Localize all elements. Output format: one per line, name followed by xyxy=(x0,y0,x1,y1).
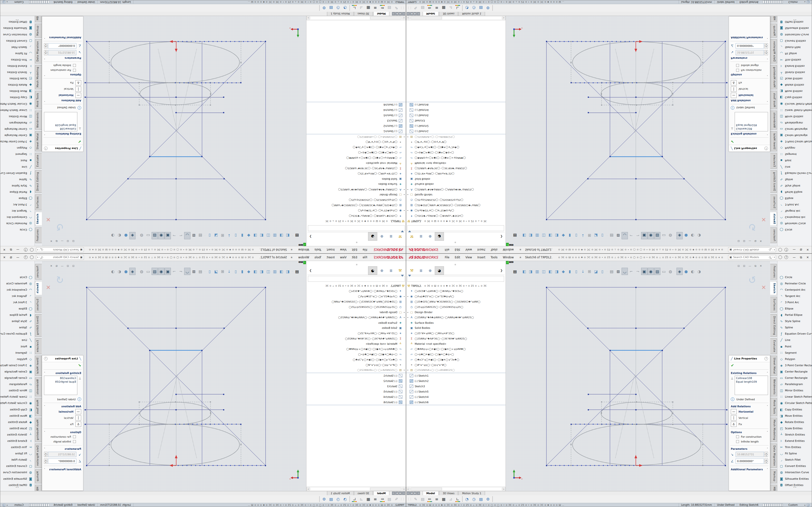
sketch-tool-item[interactable]: ∿ Style Spline xyxy=(0,182,35,189)
command-tab[interactable]: Mesh Modeling xyxy=(35,418,42,442)
view-toolbar-icon[interactable]: ▦ xyxy=(441,5,447,11)
feature-manager-tab[interactable]: ⚒ xyxy=(407,232,416,241)
tree-item[interactable]: ▱ ◯✚ʚƆ°ʞ◯✳◉[◯◦◯]◉✳◯ʞ°Ɔʚ✚◯ xyxy=(406,145,506,150)
command-tab[interactable]: Surfaces xyxy=(35,297,42,313)
sketch-tool-item[interactable]: ◠ Centerpoint Arc xyxy=(0,287,35,293)
sketch-tool-item[interactable]: ◝ Tangent Arc xyxy=(0,208,35,214)
tree-item[interactable]: Σ ◯25ИИ◎°✚АИ³ЭƐ◯◦◯ЭƐ³ИА✚°◎ИИ25◯ xyxy=(406,166,506,171)
document-tab[interactable]: Model xyxy=(373,12,389,16)
tree-item[interactable]: ◈ Surface Bodies xyxy=(306,181,406,187)
view-toolbar-icon[interactable]: ▤ xyxy=(478,5,484,11)
search-box[interactable]: ▣ Search CAD Models ▾ xyxy=(728,247,776,252)
view-toolbar-icon[interactable]: │ xyxy=(349,5,350,11)
menu-item[interactable]: File xyxy=(362,248,367,251)
document-tab[interactable]: Motion Study 1 xyxy=(327,491,353,495)
scroll-right-button[interactable]: ▸ xyxy=(502,16,506,20)
tab-nav-button[interactable]: ▶ xyxy=(413,492,417,495)
tree-scrollbar[interactable]: ◂ ▸ xyxy=(306,487,406,491)
scroll-track[interactable] xyxy=(410,487,502,491)
sketch-tree-item[interactable]: (-) Sketch2 xyxy=(406,123,506,129)
scroll-left-button[interactable]: ◂ xyxy=(403,16,406,20)
feature-manager-tab[interactable]: ◕ xyxy=(435,232,444,241)
minimize-button[interactable]: — xyxy=(16,248,19,251)
sketch-tool-item[interactable]: ◇ Polygon xyxy=(777,145,812,151)
collapse-caret-icon[interactable]: ˄ xyxy=(44,133,45,135)
tab-nav-button[interactable]: ◀ xyxy=(410,12,413,15)
tab-nav-button[interactable]: ⇥ xyxy=(392,12,395,15)
relations-listbox[interactable]: Collinear108Equal length109 xyxy=(735,112,768,131)
more-tools-chevron[interactable]: ⌄⌄ xyxy=(777,485,812,488)
sketch-tool-item[interactable]: ∿ Spline xyxy=(777,325,812,331)
collapse-caret-icon[interactable]: ˄ xyxy=(767,133,768,135)
scroll-thumb[interactable] xyxy=(411,17,442,19)
view-toolbar-icon[interactable]: ✏ xyxy=(426,5,433,11)
tree-item[interactable]: Σ ◯25ИИ◎°✚АИ³ЭƐ◯◦◯ЭƐ³ИА✚°◎ИИ25◯ xyxy=(306,336,406,341)
sketch-tool-item[interactable]: ⊦ Extend Entities xyxy=(777,63,812,69)
sketch-tool-item[interactable]: ◡ Fit Spline xyxy=(777,50,812,56)
search-input[interactable]: Search CAD Models xyxy=(733,256,769,259)
tab-nav-button[interactable]: ◀ xyxy=(399,12,402,15)
relation-button[interactable]: — xyxy=(75,93,81,98)
sketch-tree-item[interactable]: (-) Sketch5 xyxy=(406,389,506,394)
tree-item[interactable]: ⌖ ◯И°ʚ°ʞ◎◯◦◯◎ʞ°ʚ°И◯ xyxy=(406,139,506,145)
custom-caret-icon[interactable]: ▴ xyxy=(7,1,8,3)
tree-scrollbar[interactable]: ◂ ▸ xyxy=(406,16,506,20)
menu-item[interactable]: Window xyxy=(503,256,514,259)
feature-manager-tab[interactable]: ⊕ xyxy=(425,232,435,241)
sketch-tool-item[interactable]: ◯ Circle xyxy=(777,227,812,233)
sketch-tool-item[interactable]: ƒ Equation Driven Curve xyxy=(777,170,812,176)
minimize-button[interactable]: — xyxy=(793,248,796,251)
sketch-tool-item[interactable]: ▱ Parallelogram xyxy=(777,119,812,126)
collapse-caret-icon[interactable]: ˄ xyxy=(44,57,45,60)
sketch-tree-item[interactable]: (-) Sketch1 xyxy=(306,129,406,134)
feature-manager-tab[interactable]: ⊕ xyxy=(377,232,387,241)
feature-manager-tab[interactable]: ⚒ xyxy=(396,266,405,275)
search-box[interactable]: ▣ Search CAD Models ▾ xyxy=(728,255,776,260)
relation-button[interactable]: ⚓ xyxy=(75,421,81,427)
tab-nav-button[interactable]: ⇥ xyxy=(417,492,420,495)
checkbox[interactable] xyxy=(73,435,76,438)
tree-filter-box[interactable] xyxy=(308,225,405,231)
sketch-tree-item[interactable]: Sketch3 xyxy=(306,384,406,389)
collapse-panel-arrow[interactable]: ❯ xyxy=(308,269,312,272)
tree-filter-box[interactable] xyxy=(407,276,504,282)
checkbox[interactable] xyxy=(73,64,76,67)
sketch-tool-item[interactable]: ◧ Copy Entities xyxy=(777,95,812,101)
units-icon[interactable]: ❏ xyxy=(3,0,5,4)
sketch-tool-item[interactable]: ┴ Stretch Entities xyxy=(777,432,812,438)
view-toolbar-icon[interactable]: ✎ xyxy=(393,5,400,11)
panel-help-icon[interactable]: ? xyxy=(44,357,48,360)
command-tab[interactable]: Direct Editing xyxy=(35,314,42,337)
sketch-tool-item[interactable]: ∿ Spline xyxy=(777,176,812,182)
sketch-tool-item[interactable]: ∷ Segment xyxy=(777,151,812,157)
tree-item[interactable]: ▱ ◯✚ИИ◎ʞ+◯✳◉[◯◦◯]◉✳◯+ʞ◎ИИ✚◯ xyxy=(306,346,406,352)
spin-up-icon[interactable]: ▲ xyxy=(764,46,768,49)
sketch-tool-item[interactable]: ◆ Rotate Entities xyxy=(777,82,812,88)
view-toolbar-icon[interactable]: ▤ xyxy=(478,496,484,502)
parameter-input[interactable]: 0.00000000° xyxy=(48,43,77,49)
command-tab[interactable]: Features xyxy=(35,264,42,280)
pin-icon[interactable]: ★ xyxy=(290,248,293,251)
tree-item[interactable]: ▸ ▢ Design Binder xyxy=(406,309,506,315)
relation-entry[interactable]: Equal length109 xyxy=(45,380,76,383)
parameters-section[interactable]: Parameters ˄ xyxy=(729,447,770,451)
units-icon[interactable]: ❏ xyxy=(807,503,809,507)
relation-entry[interactable]: Equal length109 xyxy=(736,380,767,383)
sketch-tool-item[interactable]: ◝ Tangent Arc xyxy=(0,293,35,299)
checkbox[interactable] xyxy=(73,440,76,443)
panel-help-icon[interactable]: ? xyxy=(764,147,768,150)
sketch-tool-item[interactable]: ▱ Parallelogram xyxy=(0,381,35,388)
relations-listbox[interactable]: Collinear108Equal length109 xyxy=(44,376,77,395)
custom-caret-icon[interactable]: ▴ xyxy=(805,504,806,506)
sketch-tool-item[interactable]: ✂ Trim Entities xyxy=(777,444,812,451)
parameter-input[interactable]: 0.00000000° xyxy=(48,458,77,464)
sketch-tool-item[interactable]: ◉ Circular Sketch Pattern xyxy=(777,400,812,406)
relations-listbox[interactable]: Collinear108Equal length109 xyxy=(735,376,768,395)
sketch-tool-item[interactable]: ▢ Convert Entities xyxy=(777,38,812,44)
toolbar-grip[interactable]: ⋮⋮ xyxy=(400,497,405,501)
spin-down-icon[interactable]: ▼ xyxy=(44,461,48,464)
sketch-tool-item[interactable]: ◫ Mirror Entities xyxy=(0,388,35,394)
tree-item[interactable]: ▱ ◯•◎✚◯✳◉[◯◦◯]◉✳◯✚◎•◯ xyxy=(306,150,406,156)
sketch-tool-item[interactable]: ◎ Perimeter Circle xyxy=(0,280,35,287)
command-tab[interactable]: Weldments xyxy=(770,111,777,130)
